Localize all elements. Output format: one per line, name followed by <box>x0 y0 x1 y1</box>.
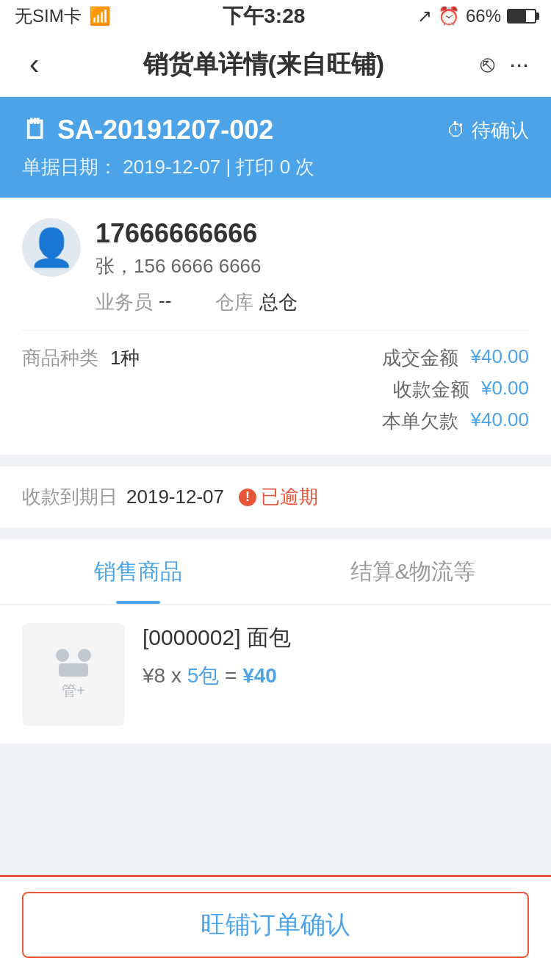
customer-section: 👤 17666666666 张，156 6666 6666 业务员 -- 仓库 … <box>22 218 529 315</box>
product-name: [0000002] 面包 <box>143 623 529 653</box>
product-code: [0000002] <box>143 625 240 649</box>
carrier-text: 无SIM卡 <box>15 4 82 28</box>
price-label: ¥8 x <box>143 664 187 687</box>
location-icon: ↗ <box>417 6 432 26</box>
nav-actions: ⎋ ··· <box>480 51 529 78</box>
order-icon: 🗒 <box>22 115 48 145</box>
amount-value-2: ¥40.00 <box>470 408 529 434</box>
amount-label-2: 本单欠款 <box>382 408 458 434</box>
customer-meta: 业务员 -- 仓库 总仓 <box>96 289 529 315</box>
warehouse-meta: 仓库 总仓 <box>215 289 298 315</box>
date-label: 单据日期： <box>22 156 118 178</box>
price-separator: = <box>225 664 242 687</box>
status-clock-icon: ⏱ <box>447 119 466 142</box>
customer-name: 张，156 6666 6666 <box>96 253 529 279</box>
status-right: ↗ ⏰ 66% <box>417 6 536 26</box>
print-info: | 打印 0 次 <box>226 156 314 178</box>
order-status: ⏱ 待确认 <box>447 118 529 143</box>
status-left: 无SIM卡 📶 <box>15 4 111 28</box>
product-title: 面包 <box>247 625 291 649</box>
tab-underline <box>116 601 160 604</box>
more-icon[interactable]: ··· <box>509 51 529 78</box>
logo-text: 管+ <box>62 681 85 701</box>
amount-value-0: ¥40.00 <box>470 345 529 371</box>
overdue-icon: ! <box>239 489 256 506</box>
status-bar: 无SIM卡 📶 下午3:28 ↗ ⏰ 66% <box>0 0 551 32</box>
order-date-line: 单据日期： 2019-12-07 | 打印 0 次 <box>22 154 529 180</box>
battery-percent: 66% <box>466 6 501 26</box>
customer-info: 17666666666 张，156 6666 6666 业务员 -- 仓库 总仓 <box>96 218 529 315</box>
battery-icon <box>507 9 536 24</box>
product-info: [0000002] 面包 ¥8 x 5包 = ¥40 <box>143 623 529 690</box>
amount-row-2: 本单欠款 ¥40.00 <box>382 408 529 434</box>
summary-right: 成交金额 ¥40.00 收款金额 ¥0.00 本单欠款 ¥40.00 <box>382 345 529 434</box>
summary-section: 商品种类 1种 成交金额 ¥40.00 收款金额 ¥0.00 本单欠款 ¥40.… <box>22 345 529 434</box>
sales-value: -- <box>159 289 171 315</box>
sales-meta: 业务员 -- <box>96 289 171 315</box>
warehouse-label: 仓库 <box>215 289 253 315</box>
warehouse-value: 总仓 <box>259 289 298 315</box>
navigation-bar: ‹ 销货单详情(来自旺铺) ⎋ ··· <box>0 32 551 97</box>
logo-eye-left <box>56 649 69 662</box>
tab-settlement-label: 结算&物流等 <box>350 557 475 587</box>
overdue-text: 已逾期 <box>261 484 318 510</box>
product-thumbnail: 管+ <box>22 623 125 726</box>
amount-row-0: 成交金额 ¥40.00 <box>382 345 529 371</box>
price-total: ¥40 <box>242 664 277 687</box>
amount-value-1: ¥0.00 <box>481 377 529 403</box>
avatar-icon: 👤 <box>29 226 74 269</box>
amount-label-1: 收款金额 <box>393 377 469 403</box>
product-logo: 管+ <box>56 649 91 701</box>
amount-row-1: 收款金额 ¥0.00 <box>393 377 529 403</box>
confirm-button[interactable]: 旺铺订单确认 <box>22 892 529 958</box>
overdue-badge: ! 已逾期 <box>239 484 318 510</box>
customer-phone: 17666666666 <box>96 218 529 249</box>
avatar: 👤 <box>22 218 81 277</box>
share-icon[interactable]: ⎋ <box>480 51 494 78</box>
tab-products-label: 销售商品 <box>94 557 182 587</box>
back-button[interactable]: ‹ <box>22 40 46 88</box>
type-label: 商品种类 <box>22 345 98 371</box>
logo-eye-right <box>78 649 91 662</box>
due-date-section: 收款到期日 2019-12-07 ! 已逾期 <box>0 466 551 527</box>
price-qty: 5包 <box>187 664 220 687</box>
status-text: 待确认 <box>472 118 529 143</box>
order-date-value: 2019-12-07 <box>123 156 220 178</box>
product-price-line: ¥8 x 5包 = ¥40 <box>143 662 529 690</box>
order-header-card: 🗒 SA-20191207-002 ⏱ 待确认 单据日期： 2019-12-07… <box>0 97 551 198</box>
alarm-icon: ⏰ <box>438 6 460 26</box>
status-time: 下午3:28 <box>223 2 305 30</box>
bottom-bar: 旺铺订单确认 <box>0 875 551 980</box>
amount-label-0: 成交金额 <box>382 345 458 371</box>
wifi-icon: 📶 <box>89 6 111 26</box>
order-header-top: 🗒 SA-20191207-002 ⏱ 待确认 <box>22 115 529 145</box>
tabs-bar: 销售商品 结算&物流等 <box>0 539 551 605</box>
order-id: 🗒 SA-20191207-002 <box>22 115 273 145</box>
battery-fill <box>508 10 526 22</box>
customer-card: 👤 17666666666 张，156 6666 6666 业务员 -- 仓库 … <box>0 198 551 455</box>
divider <box>22 330 529 331</box>
logo-eyes <box>56 649 91 662</box>
tab-products[interactable]: 销售商品 <box>0 539 276 604</box>
summary-left: 商品种类 1种 <box>22 345 140 371</box>
tab-settlement[interactable]: 结算&物流等 <box>276 539 551 604</box>
product-section: 管+ [0000002] 面包 ¥8 x 5包 = ¥40 <box>0 605 551 743</box>
type-value: 1种 <box>110 345 140 371</box>
product-item: 管+ [0000002] 面包 ¥8 x 5包 = ¥40 <box>22 623 529 726</box>
due-label: 收款到期日 <box>22 484 118 510</box>
due-date-value: 2019-12-07 <box>126 486 224 508</box>
sales-label: 业务员 <box>96 289 153 315</box>
logo-mouth <box>59 663 88 677</box>
page-title: 销货单详情(来自旺铺) <box>143 48 385 82</box>
